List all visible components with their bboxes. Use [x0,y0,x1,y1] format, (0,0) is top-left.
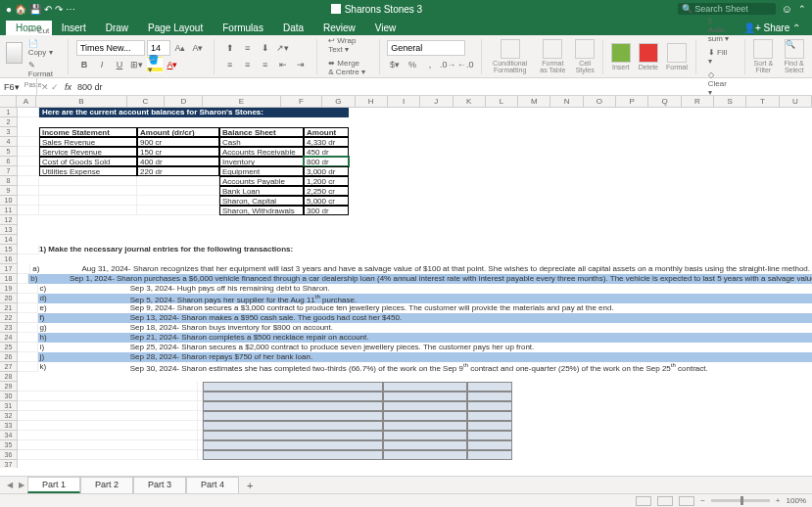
row-header[interactable]: 24 [0,333,18,343]
table-cell[interactable]: Utilities Expense [39,166,137,176]
cell[interactable] [18,343,38,352]
row-header[interactable]: 7 [0,166,18,176]
col-header[interactable]: H [356,96,388,107]
row-header[interactable]: 32 [0,411,18,421]
txn-letter[interactable]: e) [38,303,128,313]
row-header[interactable]: 1 [0,108,18,117]
decrease-decimal-icon[interactable]: ←.0 [457,57,473,72]
row-header[interactable]: 12 [0,215,18,225]
col-header[interactable]: E [203,96,280,107]
tab-view[interactable]: View [365,21,406,35]
row-header[interactable]: 33 [0,421,18,431]
indent-left-icon[interactable]: ⇤ [275,57,291,72]
font-size-select[interactable] [147,40,170,56]
share-button[interactable]: 👤+ Share ⌃ [738,21,806,35]
col-header[interactable]: A [17,96,36,107]
col-header[interactable]: C [127,96,166,107]
row-header[interactable]: 14 [0,235,18,245]
col-header[interactable]: D [165,96,203,107]
empty-cell[interactable] [18,440,198,450]
txn-text[interactable]: Sep 9, 2024- Sharon secures a $3,000 con… [128,303,812,313]
txn-letter[interactable]: k) [38,362,128,372]
empty-cell[interactable] [467,421,512,431]
cell[interactable] [18,284,38,294]
txn-letter[interactable]: f) [38,313,128,323]
feedback-icon[interactable]: ☺ [782,3,792,15]
empty-cell[interactable] [383,382,467,392]
home-icon[interactable]: 🏠 [15,4,26,15]
empty-cell[interactable] [203,382,383,392]
empty-cell[interactable] [383,392,467,401]
empty-cell[interactable] [18,450,198,460]
cell[interactable] [39,176,137,186]
select-all-corner[interactable] [0,96,17,107]
empty-cell[interactable] [203,401,383,411]
table-cell[interactable]: Bank Loan [219,186,304,196]
empty-cell[interactable] [18,401,198,411]
table-cell[interactable]: 220 dr [137,166,219,176]
cell[interactable] [137,196,219,206]
col-header[interactable]: K [454,96,486,107]
col-header[interactable]: P [616,96,648,107]
enter-formula-icon[interactable]: ✓ [51,82,59,92]
delete-cells-button[interactable] [639,43,658,63]
empty-cell[interactable] [467,440,512,450]
cell[interactable] [137,176,219,186]
cell[interactable] [18,157,39,166]
percent-icon[interactable]: % [405,57,420,72]
conditional-formatting-button[interactable] [501,39,520,59]
txn-letter[interactable]: a) [30,264,79,274]
row-header[interactable]: 8 [0,176,18,186]
find-select-button[interactable]: 🔍 [785,39,804,59]
cell[interactable] [18,264,30,274]
row-header[interactable]: 31 [0,401,18,411]
orientation-icon[interactable]: ↗▾ [275,40,291,56]
sheet-nav-first[interactable]: ◀ [4,481,16,489]
table-cell[interactable]: 400 dr [137,157,219,166]
underline-button[interactable]: U [112,57,127,72]
zoom-out-button[interactable]: − [700,496,705,505]
col-header[interactable]: S [714,96,746,107]
txn-letter[interactable]: c) [38,284,128,294]
add-sheet-button[interactable]: + [239,478,261,493]
cell-styles-button[interactable] [575,39,595,59]
row-header[interactable]: 6 [0,157,18,166]
row-header[interactable]: 13 [0,225,18,235]
insert-cells-button[interactable] [611,43,631,63]
cell[interactable] [18,206,39,215]
tab-page-layout[interactable]: Page Layout [138,21,213,35]
txn-text[interactable]: Sep 1, 2024- Sharon purchases a $6,000 v… [68,274,812,284]
col-header[interactable]: F [281,96,323,107]
cell[interactable] [18,274,28,284]
wrap-text-button[interactable]: ↩ Wrap Text ▾ [324,34,370,56]
col-header[interactable]: B [36,96,126,107]
format-painter-button[interactable]: ✎ Format [24,59,61,80]
table-header[interactable]: Amount (dr/cr) [137,127,219,137]
copy-button[interactable]: 📄 Copy ▾ [24,37,61,59]
empty-cell[interactable] [18,382,198,392]
increase-decimal-icon[interactable]: .0→ [440,57,455,72]
row-header[interactable]: 21 [0,303,18,313]
empty-cell[interactable] [467,382,512,392]
zoom-slider[interactable] [711,499,770,502]
row-header[interactable]: 27 [0,362,18,372]
font-name-select[interactable] [76,40,145,56]
align-right-icon[interactable]: ≡ [258,57,273,72]
table-cell[interactable]: Inventory [219,157,304,166]
empty-cell[interactable] [203,421,383,431]
table-cell[interactable]: Cash [219,137,304,147]
spreadsheet-grid[interactable]: ABCDEFGHIJKLMNOPQRSTU 1Here are the curr… [0,96,812,468]
row-header[interactable]: 29 [0,382,18,392]
cell[interactable] [18,303,38,313]
row-header[interactable]: 20 [0,294,18,303]
normal-view-button[interactable] [636,496,651,506]
cell[interactable] [18,166,39,176]
table-cell[interactable]: Accounts Receivable [219,147,304,157]
cancel-formula-icon[interactable]: ✕ [41,82,49,92]
row-header[interactable]: 16 [0,254,18,264]
col-header[interactable]: T [746,96,779,107]
row-header[interactable]: 19 [0,284,18,294]
row-header[interactable]: 22 [0,313,18,323]
table-header[interactable]: Amount (dr/cr) [304,127,349,137]
redo-icon[interactable]: ↷ [55,4,63,15]
